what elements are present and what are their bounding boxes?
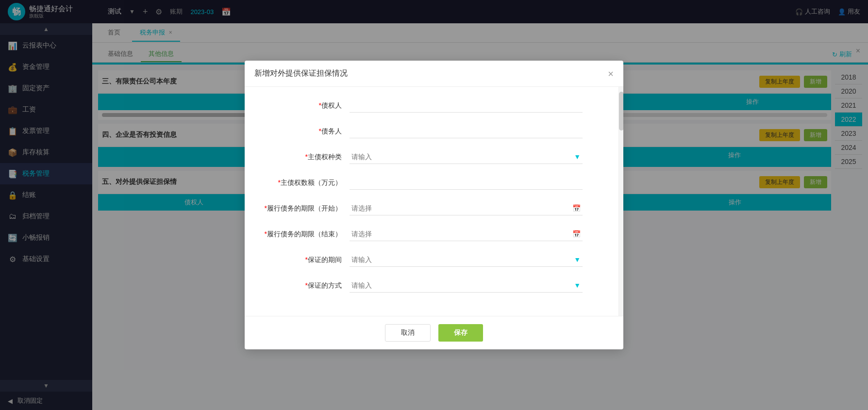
input-creditor[interactable] [350,98,583,113]
form-row-guarantee-period: *保证的期间 ▼ [264,253,604,267]
form-row-claim-amount: *主债权数额（万元） [264,176,604,190]
cancel-button[interactable]: 取消 [385,324,431,342]
input-guarantee-period[interactable] [350,253,572,266]
claim-type-dropdown-icon[interactable]: ▼ [572,153,583,161]
select-wrap-claim-type: ▼ [350,150,583,164]
dialog-title: 新增对外提供保证担保情况 [254,68,348,79]
dialog-header: 新增对外提供保证担保情况 × [245,61,623,87]
form-row-debtor: *债务人 [264,124,604,138]
form-row-claim-type: *主债权种类 ▼ [264,150,604,164]
label-claim-amount: *主债权数额（万元） [264,179,342,187]
date-wrap-period-end: 📅 [350,227,583,241]
label-guarantee-method: *保证的方式 [264,281,342,290]
label-period-end: *履行债务的期限（结束） [264,230,342,239]
label-claim-type: *主债权种类 [264,153,342,162]
date-wrap-period-start: 📅 [350,201,583,215]
input-period-end[interactable] [350,227,570,241]
select-wrap-guarantee-period: ▼ [350,253,583,267]
date-icon-period-end[interactable]: 📅 [570,230,583,238]
label-period-start: *履行债务的期限（开始） [264,204,342,213]
dialog-scrollbar-thumb [619,92,623,131]
dialog-body: *债权人 *债务人 *主债权种类 ▼ [245,87,623,316]
label-guarantee-period: *保证的期间 [264,256,342,264]
label-debtor: *债务人 [264,127,342,136]
guarantee-method-dropdown-icon[interactable]: ▼ [572,281,583,289]
dialog-close-button[interactable]: × [608,69,614,79]
guarantee-period-dropdown-icon[interactable]: ▼ [572,256,583,263]
form-row-guarantee-method: *保证的方式 ▼ [264,279,604,293]
add-guarantee-dialog: 新增对外提供保证担保情况 × *债权人 *债务人 [245,61,623,349]
form-row-period-start: *履行债务的期限（开始） 📅 [264,201,604,215]
input-period-start[interactable] [350,201,570,215]
input-claim-type[interactable] [350,150,572,164]
dialog-footer: 取消 保存 [245,316,623,349]
form-row-creditor: *债权人 [264,98,604,113]
input-claim-amount[interactable] [350,176,583,190]
save-button[interactable]: 保存 [438,324,483,342]
dialog-overlay: 新增对外提供保证担保情况 × *债权人 *债务人 [0,0,868,410]
input-guarantee-method[interactable] [350,279,572,292]
select-wrap-guarantee-method: ▼ [350,279,583,293]
form-row-period-end: *履行债务的期限（结束） 📅 [264,227,604,241]
label-creditor: *债权人 [264,101,342,110]
input-debtor[interactable] [350,124,583,138]
date-icon-period-start[interactable]: 📅 [570,204,583,212]
dialog-scrollbar[interactable] [618,87,623,316]
